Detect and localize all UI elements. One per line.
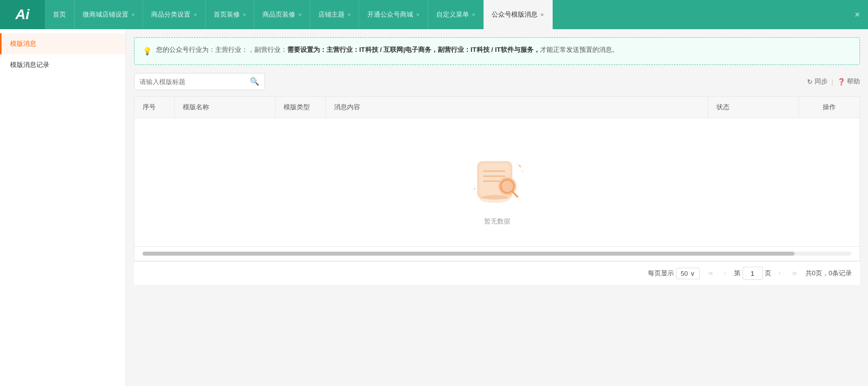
last-page-button[interactable]: ⊳ xyxy=(788,267,802,280)
empty-state-icon xyxy=(467,148,527,209)
page-size-select: 每页显示 50 ∨ xyxy=(648,268,699,279)
app-logo: Ai xyxy=(0,0,45,29)
nav-tab-custom-menu[interactable]: 自定义菜单× xyxy=(428,0,484,29)
close-tab-custom-menu[interactable]: × xyxy=(472,12,475,18)
nav-tab-shop-settings[interactable]: 微商城店铺设置× xyxy=(75,0,143,29)
sync-label: 同步 xyxy=(815,77,828,86)
svg-point-12 xyxy=(474,188,476,190)
empty-text: 暂无数据 xyxy=(484,217,510,226)
close-all-button[interactable]: × xyxy=(846,10,868,20)
nav-tabs: 首页微商城店铺设置×商品分类设置×首页装修×商品页装修×店铺主题×开通公众号商城… xyxy=(45,0,846,29)
help-button[interactable]: ❓ 帮助 xyxy=(837,77,860,86)
nav-tab-template-message[interactable]: 公众号模版消息× xyxy=(484,0,552,29)
col-header-action: 操作 xyxy=(799,97,859,118)
scrollbar-area xyxy=(135,246,859,261)
close-tab-category-settings[interactable]: × xyxy=(193,12,196,18)
sidebar-item-template-msg-record[interactable]: 模版消息记录 xyxy=(0,54,125,75)
sync-button[interactable]: ↻ 同步 xyxy=(807,77,828,86)
help-icon: ❓ xyxy=(837,78,845,86)
first-page-button[interactable]: ⊲ xyxy=(704,267,717,280)
divider: | xyxy=(832,78,833,86)
page-size-value: 50 xyxy=(681,270,688,277)
top-nav: Ai 首页微商城店铺设置×商品分类设置×首页装修×商品页装修×店铺主题×开通公众… xyxy=(0,0,868,29)
table-header: 序号 模版名称 模版类型 消息内容 状态 操作 xyxy=(135,97,859,118)
page-number-input[interactable] xyxy=(743,267,763,280)
toolbar-right: ↻ 同步 | ❓ 帮助 xyxy=(807,77,860,86)
pagination: 每页显示 50 ∨ ⊲ ‹ 第 页 › ⊳ 共0页，0条记录 xyxy=(134,261,860,285)
search-button[interactable]: 🔍 xyxy=(245,73,264,90)
sidebar: 模版消息模版消息记录 xyxy=(0,29,126,386)
notice-box: 💡 您的公众号行业为：主营行业：，副营行业：需要设置为：主营行业：IT科技 / … xyxy=(134,37,860,65)
page-prefix: 第 xyxy=(734,269,741,278)
main-layout: 模版消息模版消息记录 💡 您的公众号行业为：主营行业：，副营行业：需要设置为：主… xyxy=(0,29,868,386)
svg-line-8 xyxy=(512,191,517,197)
sync-icon: ↻ xyxy=(807,78,813,86)
content-area: 💡 您的公众号行业为：主营行业：，副营行业：需要设置为：主营行业：IT科技 / … xyxy=(126,29,868,386)
close-tab-product-decoration[interactable]: × xyxy=(298,12,301,18)
notice-icon: 💡 xyxy=(143,45,152,57)
nav-tab-open-wechat-mall[interactable]: 开通公众号商城× xyxy=(359,0,428,29)
page-nav: ⊲ ‹ 第 页 › ⊳ xyxy=(704,267,802,280)
empty-state: 暂无数据 xyxy=(135,118,859,246)
col-header-type: 模版类型 xyxy=(276,97,326,118)
dropdown-arrow-icon: ∨ xyxy=(690,270,695,277)
page-unit: 页 xyxy=(765,269,771,278)
total-info: 共0页，0条记录 xyxy=(806,269,852,278)
page-size-label: 每页显示 xyxy=(648,269,674,278)
nav-tab-category-settings[interactable]: 商品分类设置× xyxy=(143,0,205,29)
help-label: 帮助 xyxy=(847,77,860,86)
nav-tab-home[interactable]: 首页 xyxy=(45,0,75,29)
close-tab-homepage-decoration[interactable]: × xyxy=(243,12,246,18)
notice-text: 您的公众号行业为：主营行业：，副营行业：需要设置为：主营行业：IT科技 / 互联… xyxy=(156,45,619,55)
horizontal-scrollbar[interactable] xyxy=(143,252,851,256)
close-tab-shop-theme[interactable]: × xyxy=(348,12,351,18)
table-container: 序号 模版名称 模版类型 消息内容 状态 操作 xyxy=(134,96,860,261)
close-tab-open-wechat-mall[interactable]: × xyxy=(416,12,419,18)
page-size-dropdown[interactable]: 50 ∨ xyxy=(676,268,699,279)
col-header-status: 状态 xyxy=(708,97,799,118)
next-page-button[interactable]: › xyxy=(773,267,786,280)
sidebar-item-template-msg[interactable]: 模版消息 xyxy=(0,33,125,54)
col-header-name: 模版名称 xyxy=(175,97,276,118)
close-tab-template-message[interactable]: × xyxy=(541,12,544,18)
col-header-seq: 序号 xyxy=(135,97,175,118)
col-header-content: 消息内容 xyxy=(326,97,708,118)
search-input[interactable] xyxy=(135,74,245,89)
svg-point-9 xyxy=(482,195,507,200)
nav-tab-product-decoration[interactable]: 商品页装修× xyxy=(254,0,310,29)
toolbar: 🔍 ↻ 同步 | ❓ 帮助 xyxy=(134,73,860,90)
scrollbar-thumb xyxy=(143,252,794,256)
nav-tab-homepage-decoration[interactable]: 首页装修× xyxy=(206,0,254,29)
search-group: 🔍 xyxy=(134,73,265,90)
svg-point-11 xyxy=(521,171,523,172)
prev-page-button[interactable]: ‹ xyxy=(719,267,732,280)
close-tab-shop-settings[interactable]: × xyxy=(131,12,135,18)
nav-tab-shop-theme[interactable]: 店铺主题× xyxy=(310,0,359,29)
